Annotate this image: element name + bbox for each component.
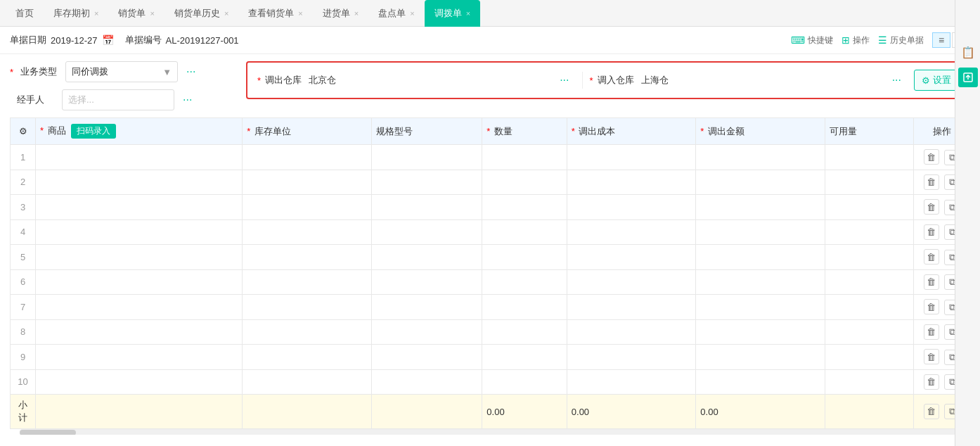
row-3-amount[interactable] — [696, 195, 825, 220]
row-10-available[interactable] — [825, 369, 913, 395]
row-11-product[interactable] — [36, 395, 243, 429]
delete-row-10-button[interactable]: 🗑 — [924, 374, 939, 390]
row-4-product[interactable] — [36, 219, 243, 245]
row-9-available[interactable] — [825, 345, 913, 370]
row-2-amount[interactable] — [696, 170, 825, 195]
row-1-cost[interactable] — [567, 145, 696, 170]
scrollbar-thumb[interactable] — [20, 430, 76, 435]
row-4-available[interactable] — [825, 219, 913, 245]
row-7-cost[interactable] — [567, 295, 696, 320]
row-9-unit[interactable] — [243, 345, 372, 370]
row-6-unit[interactable] — [243, 269, 372, 295]
tab-home[interactable]: 首页 — [6, 0, 44, 27]
row-1-qty[interactable] — [482, 145, 567, 170]
row-7-product[interactable] — [36, 295, 243, 320]
row-5-product[interactable] — [36, 245, 243, 270]
row-11-cost[interactable]: 0.00 — [567, 395, 696, 429]
tab-inventory-check-close[interactable]: × — [410, 9, 414, 18]
scan-barcode-button[interactable]: 扫码录入 — [71, 124, 116, 139]
row-2-spec[interactable] — [371, 170, 482, 195]
row-10-unit[interactable] — [243, 369, 372, 395]
settings-button[interactable]: ⚙ 设置 — [914, 70, 959, 91]
row-11-qty[interactable]: 0.00 — [482, 395, 567, 429]
delete-row-8-button[interactable]: 🗑 — [924, 324, 939, 340]
delete-row-5-button[interactable]: 🗑 — [924, 249, 939, 265]
row-10-product[interactable] — [36, 369, 243, 395]
tab-view-sales-close[interactable]: × — [298, 9, 302, 18]
operations-button[interactable]: ⊞ 操作 — [842, 34, 870, 46]
row-8-available[interactable] — [825, 319, 913, 345]
row-6-qty[interactable] — [482, 269, 567, 295]
row-6-cost[interactable] — [567, 269, 696, 295]
delete-row-3-button[interactable]: 🗑 — [924, 199, 939, 215]
row-4-amount[interactable] — [696, 219, 825, 245]
row-1-spec[interactable] — [371, 145, 482, 170]
handler-more-icon[interactable]: ··· — [183, 94, 192, 106]
tab-view-sales[interactable]: 查看销货单 × — [238, 0, 312, 27]
biz-type-more-icon[interactable]: ··· — [186, 65, 195, 78]
shortcuts-button[interactable]: ⌨ 快捷键 — [791, 34, 833, 46]
row-10-qty[interactable] — [482, 369, 567, 395]
tab-purchase-order-close[interactable]: × — [354, 9, 359, 18]
row-9-cost[interactable] — [567, 345, 696, 370]
row-4-cost[interactable] — [567, 219, 696, 245]
row-2-unit[interactable] — [243, 170, 372, 195]
row-2-cost[interactable] — [567, 170, 696, 195]
row-8-cost[interactable] — [567, 319, 696, 345]
calendar-icon[interactable]: 📅 — [102, 34, 114, 46]
tab-inventory-init-close[interactable]: × — [94, 9, 98, 18]
tab-inventory-init[interactable]: 库存期初 × — [44, 0, 108, 27]
delete-row-4-button[interactable]: 🗑 — [924, 224, 939, 240]
row-8-unit[interactable] — [243, 319, 372, 345]
sidebar-export-icon[interactable] — [958, 68, 978, 87]
row-7-available[interactable] — [825, 295, 913, 320]
row-6-available[interactable] — [825, 269, 913, 295]
row-9-product[interactable] — [36, 345, 243, 370]
row-5-amount[interactable] — [696, 245, 825, 270]
row-3-qty[interactable] — [482, 195, 567, 220]
row-5-spec[interactable] — [371, 245, 482, 270]
transfer-in-more-icon[interactable]: ··· — [892, 74, 901, 87]
transfer-out-more-icon[interactable]: ··· — [560, 74, 569, 87]
tab-sales-order-close[interactable]: × — [150, 9, 154, 18]
row-11-unit[interactable] — [243, 395, 372, 429]
handler-select[interactable]: 选择... — [62, 89, 174, 110]
row-11-available[interactable] — [825, 395, 913, 429]
delete-row-2-button[interactable]: 🗑 — [924, 174, 939, 190]
view-list-button[interactable]: ≡ — [932, 32, 950, 48]
row-1-available[interactable] — [825, 145, 913, 170]
history-button[interactable]: ☰ 历史单据 — [878, 34, 924, 46]
row-5-unit[interactable] — [243, 245, 372, 270]
tab-transfer-order-close[interactable]: × — [466, 9, 470, 18]
tab-purchase-order[interactable]: 进货单 × — [313, 0, 368, 27]
tab-sales-history[interactable]: 销货单历史 × — [165, 0, 238, 27]
col-gear[interactable]: ⚙ — [11, 118, 36, 145]
row-6-amount[interactable] — [696, 269, 825, 295]
delete-row-6-button[interactable]: 🗑 — [924, 274, 939, 290]
row-5-qty[interactable] — [482, 245, 567, 270]
delete-row-11-button[interactable]: 🗑 — [924, 404, 939, 419]
row-9-amount[interactable] — [696, 345, 825, 370]
horizontal-scrollbar[interactable] — [20, 429, 960, 435]
row-7-unit[interactable] — [243, 295, 372, 320]
row-8-amount[interactable] — [696, 319, 825, 345]
row-4-unit[interactable] — [243, 219, 372, 245]
delete-row-7-button[interactable]: 🗑 — [924, 299, 939, 314]
row-10-cost[interactable] — [567, 369, 696, 395]
row-4-spec[interactable] — [371, 219, 482, 245]
row-1-amount[interactable] — [696, 145, 825, 170]
row-2-available[interactable] — [825, 170, 913, 195]
tab-sales-history-close[interactable]: × — [224, 9, 228, 18]
tab-inventory-check[interactable]: 盘点单 × — [368, 0, 424, 27]
row-6-product[interactable] — [36, 269, 243, 295]
row-10-spec[interactable] — [371, 369, 482, 395]
tab-transfer-order[interactable]: 调拨单 × — [425, 0, 480, 27]
row-11-spec[interactable] — [371, 395, 482, 429]
row-1-unit[interactable] — [243, 145, 372, 170]
row-10-amount[interactable] — [696, 369, 825, 395]
row-7-spec[interactable] — [371, 295, 482, 320]
row-3-available[interactable] — [825, 195, 913, 220]
row-8-qty[interactable] — [482, 319, 567, 345]
row-8-spec[interactable] — [371, 319, 482, 345]
row-7-amount[interactable] — [696, 295, 825, 320]
